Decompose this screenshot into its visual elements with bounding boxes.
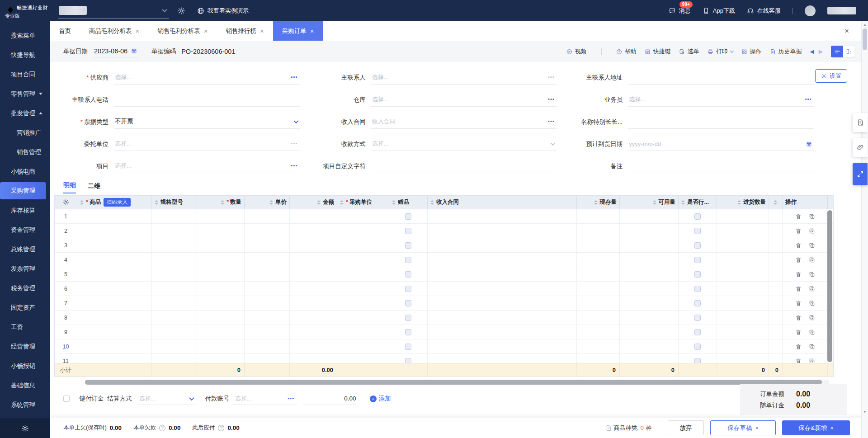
table-cell[interactable] [245, 267, 290, 281]
checkbox[interactable] [694, 344, 701, 350]
table-cell[interactable] [77, 325, 152, 339]
column-header[interactable]: *数量 [197, 196, 245, 209]
sort-carets[interactable] [774, 200, 777, 205]
sidebar-item[interactable]: 搜索菜单 [0, 26, 50, 45]
table-cell[interactable] [769, 224, 783, 238]
table-cell[interactable] [428, 224, 577, 238]
page-scrollbar[interactable]: ▲ ▼ [861, 21, 868, 438]
table-cell[interactable] [197, 325, 245, 339]
table-cell[interactable] [152, 267, 197, 281]
table-cell[interactable] [290, 238, 337, 252]
table-cell[interactable] [337, 209, 389, 223]
table-cell[interactable] [769, 325, 783, 339]
save-draft-button[interactable]: 保存草稿 ∧ [710, 420, 776, 435]
table-cell[interactable] [717, 238, 769, 252]
sort-carets[interactable] [269, 200, 273, 205]
table-cell[interactable] [290, 354, 337, 363]
checkbox[interactable] [694, 228, 701, 234]
quick-pay-checkbox[interactable] [63, 396, 70, 402]
table-cell[interactable] [717, 253, 769, 267]
copy-row-icon[interactable] [809, 315, 815, 321]
field-input[interactable]: 选择...⋯ [114, 71, 300, 85]
prev-doc-arrow[interactable]: ◀ [810, 48, 814, 55]
table-cell[interactable] [679, 354, 717, 363]
sort-carets[interactable] [80, 200, 84, 205]
scrollbar-thumb[interactable] [85, 380, 822, 385]
table-cell[interactable] [337, 267, 389, 281]
draft-document-button[interactable] [853, 113, 868, 132]
table-cell[interactable] [769, 339, 783, 353]
field-input[interactable]: 选择...⋯ [371, 93, 557, 107]
table-cell[interactable] [428, 354, 577, 363]
checkbox[interactable] [405, 242, 411, 249]
table-cell[interactable] [577, 253, 620, 267]
table-cell[interactable] [679, 282, 717, 296]
cancel-button[interactable]: 放弃 [668, 420, 704, 435]
table-cell[interactable] [197, 311, 245, 325]
table-cell[interactable] [290, 282, 337, 296]
more-icon[interactable]: ⋯ [547, 75, 555, 80]
table-cell[interactable] [197, 238, 245, 252]
copy-row-icon[interactable] [809, 242, 815, 249]
table-cell[interactable] [337, 224, 389, 238]
calendar-icon[interactable] [806, 141, 812, 147]
copy-row-icon[interactable] [809, 300, 815, 306]
sidebar-item[interactable]: 小畅电商 [0, 162, 50, 181]
checkbox[interactable] [405, 228, 411, 234]
table-cell[interactable] [679, 209, 717, 223]
column-header[interactable]: 单价 [245, 196, 290, 209]
tab-close-icon[interactable]: × [204, 28, 208, 34]
table-cell[interactable] [389, 311, 428, 325]
checkbox[interactable] [405, 315, 411, 321]
checkbox[interactable] [405, 358, 411, 363]
table-cell[interactable] [717, 354, 769, 363]
table-cell[interactable] [577, 238, 620, 252]
table-cell[interactable] [679, 253, 717, 267]
table-cell[interactable] [77, 267, 152, 281]
help-circle-icon[interactable]: ? [218, 425, 224, 431]
table-cell[interactable] [337, 354, 389, 363]
next-doc-arrow[interactable]: ▶ [819, 48, 823, 55]
copy-row-icon[interactable] [809, 257, 815, 263]
toolbar-action[interactable]: 历史单据 [770, 47, 802, 56]
card-view-toggle[interactable] [843, 46, 855, 57]
table-cell[interactable] [152, 224, 197, 238]
sidebar-item[interactable]: 经营管理 [0, 337, 50, 356]
table-cell[interactable] [245, 238, 290, 252]
checkbox[interactable] [694, 329, 701, 335]
sort-carets[interactable] [681, 200, 685, 205]
table-cell[interactable] [152, 296, 197, 310]
sidebar-item[interactable]: 小畅报销 [0, 356, 50, 376]
organization-selector[interactable] [58, 3, 169, 19]
table-cell[interactable] [428, 267, 577, 281]
checkbox[interactable] [694, 242, 701, 249]
tab[interactable]: 销售排行榜× [217, 21, 273, 41]
table-cell[interactable] [152, 325, 197, 339]
add-payment-button[interactable]: ＋ 添加 [370, 395, 391, 403]
table-cell[interactable] [337, 282, 389, 296]
trash-icon[interactable] [795, 329, 802, 335]
copy-row-icon[interactable] [809, 271, 815, 278]
table-cell[interactable] [769, 238, 783, 252]
table-cell[interactable] [77, 282, 152, 296]
table-cell[interactable] [389, 339, 428, 353]
field-input[interactable]: 不开票 [114, 115, 300, 129]
table-cell[interactable] [389, 224, 428, 238]
messages-button[interactable]: 99+ 消息 [669, 7, 691, 15]
table-cell[interactable] [769, 354, 783, 363]
table-cell[interactable] [717, 311, 769, 325]
table-cell[interactable] [197, 296, 245, 310]
field-input[interactable]: 选择...⋯ [371, 71, 557, 85]
table-cell[interactable] [77, 238, 152, 252]
column-header[interactable]: 是否行... [679, 196, 717, 209]
trash-icon[interactable] [795, 286, 802, 292]
column-header[interactable]: 操作 [783, 196, 828, 209]
checkbox[interactable] [405, 344, 411, 350]
checkbox[interactable] [694, 257, 701, 263]
expand-button[interactable] [853, 163, 868, 185]
table-cell[interactable] [577, 296, 620, 310]
table-cell[interactable] [389, 238, 428, 252]
table-cell[interactable] [620, 267, 679, 281]
table-cell[interactable] [197, 267, 245, 281]
copy-row-icon[interactable] [809, 344, 815, 350]
